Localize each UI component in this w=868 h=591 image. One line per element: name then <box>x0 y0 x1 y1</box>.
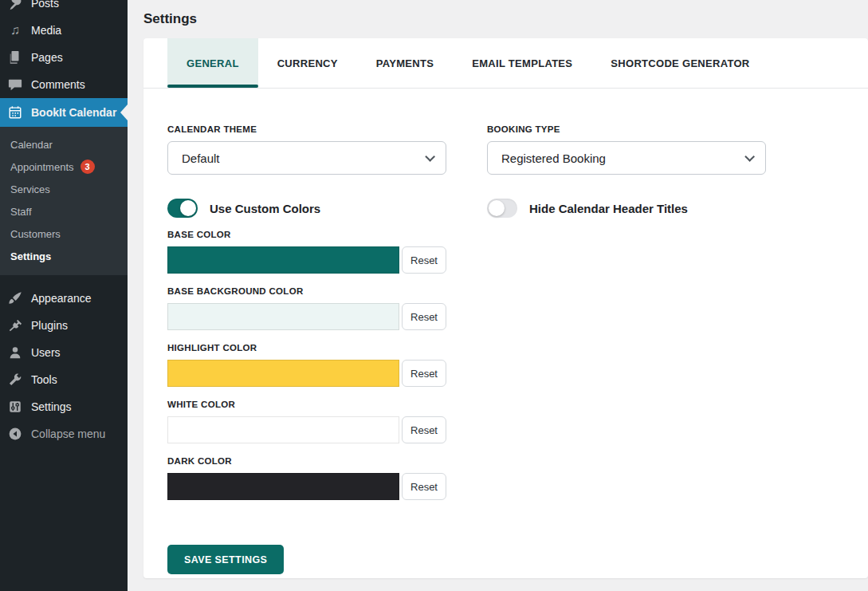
appointments-count-badge: 3 <box>81 160 95 174</box>
chevron-down-icon <box>744 152 755 162</box>
sidebar-item-label: Pages <box>31 51 63 64</box>
use-custom-colors-label: Use Custom Colors <box>210 202 320 215</box>
calendar-theme-value: Default <box>182 152 220 165</box>
base-background-color-group: BASE BACKGROUND COLOR Reset <box>167 286 446 330</box>
highlight-color-reset-button[interactable]: Reset <box>402 360 446 387</box>
dark-color-label: DARK COLOR <box>167 456 446 466</box>
plugins-icon <box>7 317 23 333</box>
sidebar-item-label: Appearance <box>31 292 92 305</box>
tab-label: SHORTCODE GENERATOR <box>611 57 749 69</box>
sidebar-item-posts[interactable]: Posts <box>0 0 128 17</box>
calendar-theme-select[interactable]: Default <box>167 141 446 175</box>
base-color-reset-button[interactable]: Reset <box>402 246 446 274</box>
highlight-color-swatch[interactable] <box>167 360 399 387</box>
booking-type-value: Registered Booking <box>501 152 606 165</box>
sidebar-item-label: Collapse menu <box>31 427 105 440</box>
tab-payments[interactable]: PAYMENTS <box>357 38 453 88</box>
custom-colors-section: BASE COLOR Reset BASE BACKGROUND COLOR R… <box>167 230 446 591</box>
base-background-color-swatch[interactable] <box>167 303 399 330</box>
chevron-down-icon <box>425 152 435 162</box>
sidebar-item-label: Plugins <box>31 319 68 332</box>
tab-shortcode-generator[interactable]: SHORTCODE GENERATOR <box>591 38 768 88</box>
submenu-item-settings[interactable]: Settings <box>0 245 128 267</box>
main-content: Settings GENERAL CURRENCY PAYMENTS EMAIL… <box>128 0 868 591</box>
white-color-label: WHITE COLOR <box>167 400 446 409</box>
submenu-item-calendar[interactable]: Calendar <box>0 133 128 156</box>
tab-label: GENERAL <box>187 57 239 69</box>
highlight-color-label: HIGHLIGHT COLOR <box>167 343 446 353</box>
settings-tabs: GENERAL CURRENCY PAYMENTS EMAIL TEMPLATE… <box>143 38 868 89</box>
booking-type-field: BOOKING TYPE Registered Booking <box>487 124 766 175</box>
tab-email-templates[interactable]: EMAIL TEMPLATES <box>453 38 591 88</box>
sidebar-item-tools[interactable]: Tools <box>0 366 128 393</box>
admin-sidebar: Posts ♫ Media Pages Comments BookIt Cale… <box>0 0 128 591</box>
page-header: Settings <box>128 0 868 38</box>
sidebar-item-comments[interactable]: Comments <box>0 71 128 98</box>
highlight-color-group: HIGHLIGHT COLOR Reset <box>167 343 446 387</box>
toggle-knob <box>180 200 196 216</box>
tab-general[interactable]: GENERAL <box>167 38 258 88</box>
submenu-item-staff[interactable]: Staff <box>0 200 128 223</box>
use-custom-colors-toggle[interactable] <box>167 199 198 218</box>
pin-icon <box>7 0 23 11</box>
booking-type-label: BOOKING TYPE <box>487 124 766 134</box>
white-color-swatch[interactable] <box>167 416 399 443</box>
users-icon <box>7 345 23 361</box>
appearance-icon <box>7 290 23 306</box>
submenu-item-customers[interactable]: Customers <box>0 223 128 245</box>
base-color-swatch[interactable] <box>167 246 399 274</box>
submenu-label: Services <box>10 183 50 195</box>
base-color-label: BASE COLOR <box>167 230 446 239</box>
submenu-label: Settings <box>10 250 51 262</box>
tab-currency[interactable]: CURRENCY <box>258 38 357 88</box>
tab-label: PAYMENTS <box>376 57 434 69</box>
current-menu-arrow <box>120 104 128 120</box>
submenu-label: Calendar <box>10 139 53 151</box>
submenu-label: Appointments <box>10 161 74 173</box>
collapse-arrow-icon <box>7 426 23 442</box>
sidebar-item-label: Posts <box>31 0 59 10</box>
sidebar-item-label: Comments <box>31 78 85 91</box>
booking-type-select[interactable]: Registered Booking <box>487 141 766 175</box>
calendar-theme-field: CALENDAR THEME Default <box>167 124 446 175</box>
hide-header-titles-label: Hide Calendar Header Titles <box>529 202 688 215</box>
tab-label: EMAIL TEMPLATES <box>472 57 572 69</box>
sidebar-item-users[interactable]: Users <box>0 339 128 366</box>
hide-header-titles-row: Hide Calendar Header Titles <box>487 197 766 219</box>
comments-icon <box>7 77 23 93</box>
base-color-group: BASE COLOR Reset <box>167 230 446 274</box>
save-settings-button[interactable]: SAVE SETTINGS <box>167 545 284 574</box>
media-icon: ♫ <box>7 22 23 38</box>
sidebar-item-bookit-calendar[interactable]: BookIt Calendar <box>0 98 128 127</box>
bookit-submenu: Calendar Appointments 3 Services Staff C… <box>0 127 128 275</box>
sidebar-item-settings[interactable]: Settings <box>0 393 128 420</box>
dark-color-reset-button[interactable]: Reset <box>402 473 446 500</box>
calendar-icon <box>7 104 23 120</box>
pages-icon <box>7 49 23 65</box>
sidebar-item-label: Tools <box>31 373 57 386</box>
sidebar-item-pages[interactable]: Pages <box>0 44 128 71</box>
settings-card: GENERAL CURRENCY PAYMENTS EMAIL TEMPLATE… <box>143 38 868 578</box>
collapse-menu-button[interactable]: Collapse menu <box>0 420 128 447</box>
submenu-label: Staff <box>10 206 32 218</box>
tab-label: CURRENCY <box>277 57 338 69</box>
sidebar-item-media[interactable]: ♫ Media <box>0 17 128 44</box>
sidebar-item-label: Settings <box>31 400 72 413</box>
sidebar-item-label: BookIt Calendar <box>31 106 116 119</box>
use-custom-colors-row: Use Custom Colors <box>167 197 446 219</box>
sidebar-item-appearance[interactable]: Appearance <box>0 285 128 312</box>
settings-icon <box>7 399 23 415</box>
hide-header-titles-toggle[interactable] <box>487 199 517 218</box>
base-background-color-label: BASE BACKGROUND COLOR <box>167 286 446 296</box>
base-background-color-reset-button[interactable]: Reset <box>402 303 446 330</box>
tools-icon <box>7 372 23 388</box>
calendar-theme-label: CALENDAR THEME <box>167 124 446 134</box>
sidebar-item-label: Media <box>31 24 61 37</box>
white-color-reset-button[interactable]: Reset <box>402 416 446 443</box>
submenu-item-appointments[interactable]: Appointments 3 <box>0 156 128 178</box>
white-color-group: WHITE COLOR Reset <box>167 400 446 443</box>
submenu-item-services[interactable]: Services <box>0 178 128 200</box>
dark-color-swatch[interactable] <box>167 473 399 500</box>
admin-menu-lower: Appearance Plugins Users Tools Settings <box>0 285 128 447</box>
sidebar-item-plugins[interactable]: Plugins <box>0 312 128 339</box>
